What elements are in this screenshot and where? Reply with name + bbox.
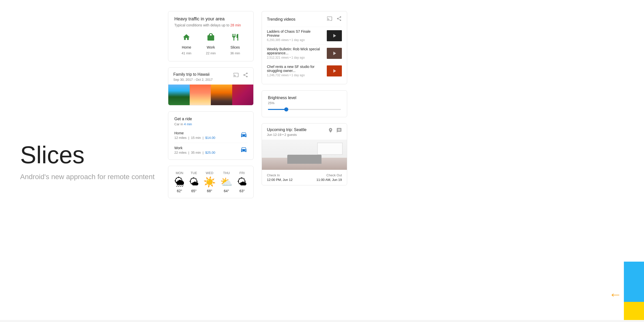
traffic-home-label: Home xyxy=(182,45,191,49)
trip-dates: Sep 30, 2017 - Oct 2, 2017 xyxy=(173,78,213,82)
traffic-title: Heavy traffic in your area xyxy=(174,16,247,22)
traffic-subtitle: Typical conditions with delays up to 28 … xyxy=(174,23,247,27)
video-row-2[interactable]: Weekly Bulletin: Rob Wick special appear… xyxy=(267,44,342,62)
brightness-slider[interactable] xyxy=(268,109,341,110)
weather-mon-name: MON xyxy=(176,171,183,175)
weather-thu-icon: ⛅ xyxy=(220,177,233,187)
cards-left-column: Heavy traffic in your area Typical condi… xyxy=(168,11,254,198)
video-2-meta: 2,512,321 views • 1 day ago xyxy=(267,56,324,59)
traffic-dest-slices[interactable]: Slices 36 min xyxy=(230,33,240,55)
traffic-dest-work[interactable]: Work 22 min xyxy=(206,33,216,55)
traffic-subtitle-prefix: Typical conditions with delays up to xyxy=(174,23,230,27)
trip-photos xyxy=(168,85,253,105)
cards-right-column: Trending videos Ladders of Chaos S7 Fina… xyxy=(262,11,347,185)
weather-tue-icon: 🌤 xyxy=(189,177,199,187)
ride-divider xyxy=(174,143,247,143)
weather-card: MON 🌦 62° TUE 🌤 65° WED ☀️ 68° THU ⛅ 64°… xyxy=(168,166,254,198)
page-title: Slices xyxy=(20,141,161,169)
video-row-1[interactable]: Ladders of Chaos S7 Finale Preview 6,293… xyxy=(267,27,342,44)
weather-fri-icon: 🌤 xyxy=(237,177,247,187)
video-2-thumb xyxy=(327,48,342,59)
brightness-title: Brightness level xyxy=(268,96,341,100)
traffic-work-time: 22 min xyxy=(206,51,216,55)
video-1-title: Ladders of Chaos S7 Finale Preview xyxy=(267,29,324,37)
trip-photo-1 xyxy=(168,85,190,105)
weather-day-fri: FRI 🌤 63° xyxy=(237,171,247,193)
upcoming-info: Upcoming trip: Seattle Jun 12-19 • 2 gue… xyxy=(267,128,306,137)
upcoming-header: Upcoming trip: Seattle Jun 12-19 • 2 gue… xyxy=(262,124,347,140)
ride-home-details: 12 miles | 15 min | $14.00 xyxy=(174,136,215,140)
ride-row-work[interactable]: Work 22 miles | 35 min | $25.00 xyxy=(174,146,247,154)
arrow-blue-block xyxy=(624,262,644,302)
video-1-info: Ladders of Chaos S7 Finale Preview 6,293… xyxy=(267,29,324,42)
arrow-decoration: ← xyxy=(604,262,644,322)
weather-mon-temp: 62° xyxy=(177,189,182,193)
traffic-home-time: 41 min xyxy=(182,51,191,55)
left-section: Slices Android's new approach for remote… xyxy=(0,0,161,322)
upcoming-photo xyxy=(262,140,347,170)
upcoming-header-icons xyxy=(328,128,342,134)
weather-thu-name: THU xyxy=(223,171,230,175)
home-icon xyxy=(182,33,190,43)
car-icon-work xyxy=(240,146,247,154)
traffic-work-label: Work xyxy=(207,45,215,49)
trending-share-icon[interactable] xyxy=(336,16,342,23)
video-2-title: Weekly Bulletin: Rob Wick special appear… xyxy=(267,47,324,55)
weather-day-wed: WED ☀️ 68° xyxy=(203,171,216,193)
trip-header: Family trip to Hawaii Sep 30, 2017 - Oct… xyxy=(168,68,253,85)
share-icon[interactable] xyxy=(243,72,248,79)
video-1-meta: 6,293,385 views • 1 day ago xyxy=(267,38,324,42)
upcoming-title: Upcoming trip: Seattle xyxy=(267,128,306,132)
ride-subtitle-prefix: Car in xyxy=(174,122,184,126)
car-icon-home xyxy=(240,131,247,140)
check-in-label: Check In xyxy=(267,173,293,177)
weather-wed-temp: 68° xyxy=(207,189,212,193)
trip-icons xyxy=(233,72,248,79)
trending-title: Trending videos xyxy=(267,17,295,22)
location-icon[interactable] xyxy=(328,128,333,134)
traffic-dest-home[interactable]: Home 41 min xyxy=(182,33,191,55)
trending-header-icons xyxy=(327,16,342,23)
weather-fri-temp: 63° xyxy=(239,189,245,193)
trip-photo-4 xyxy=(232,85,254,105)
video-3-title: Chef rents a new SF studio for strugglin… xyxy=(267,65,324,73)
brightness-percent: 25% xyxy=(268,101,341,105)
ride-work-price: $25.00 xyxy=(205,151,215,154)
weather-tue-name: TUE xyxy=(191,171,197,175)
check-out-value: 11:00 AM, Jun 19 xyxy=(316,178,342,182)
upcoming-trip-card: Upcoming trip: Seattle Jun 12-19 • 2 gue… xyxy=(262,123,347,185)
chat-icon[interactable] xyxy=(336,128,342,134)
arrow-left-icon: ← xyxy=(609,287,622,302)
weather-days: MON 🌦 62° TUE 🌤 65° WED ☀️ 68° THU ⛅ 64°… xyxy=(172,171,249,193)
check-out-block: Check Out 11:00 AM, Jun 19 xyxy=(316,173,342,182)
cast-icon[interactable] xyxy=(233,72,239,79)
weather-fri-name: FRI xyxy=(239,171,245,175)
ride-row-home[interactable]: Home 12 miles | 15 min | $14.00 xyxy=(174,131,247,140)
video-3-meta: 1,246,732 views • 1 day ago xyxy=(267,73,324,77)
arrow-yellow-block xyxy=(624,302,644,322)
weather-tue-temp: 65° xyxy=(191,189,196,193)
traffic-delay: 28 min xyxy=(230,23,241,27)
check-out-label: Check Out xyxy=(316,173,342,177)
weather-day-thu: THU ⛅ 64° xyxy=(220,171,233,193)
trending-cast-icon[interactable] xyxy=(327,16,332,23)
brightness-card: Brightness level 25% xyxy=(262,90,347,117)
brightness-slider-thumb[interactable] xyxy=(284,107,288,111)
ride-wait: 4 min xyxy=(184,122,192,126)
traffic-slices-time: 36 min xyxy=(230,51,240,55)
video-row-3[interactable]: Chef rents a new SF studio for strugglin… xyxy=(267,62,342,79)
upcoming-meta: Jun 12-19 • 2 guests xyxy=(267,133,306,137)
weather-mon-icon: 🌦 xyxy=(175,177,185,187)
traffic-slices-label: Slices xyxy=(230,45,240,49)
weather-thu-temp: 64° xyxy=(224,189,229,193)
check-in-value: 12:00 PM, Jun 12 xyxy=(267,178,293,182)
weather-wed-name: WED xyxy=(206,171,213,175)
trip-photo-2 xyxy=(190,85,211,105)
trip-photo-3 xyxy=(211,85,232,105)
ride-title: Get a ride xyxy=(174,117,247,121)
upcoming-checkin-row: Check In 12:00 PM, Jun 12 Check Out 11:0… xyxy=(262,170,347,185)
brightness-slider-fill xyxy=(268,109,286,110)
work-icon xyxy=(207,33,215,43)
ride-home-info: Home 12 miles | 15 min | $14.00 xyxy=(174,131,215,140)
page-subtitle: Android's new approach for remote conten… xyxy=(20,173,161,181)
